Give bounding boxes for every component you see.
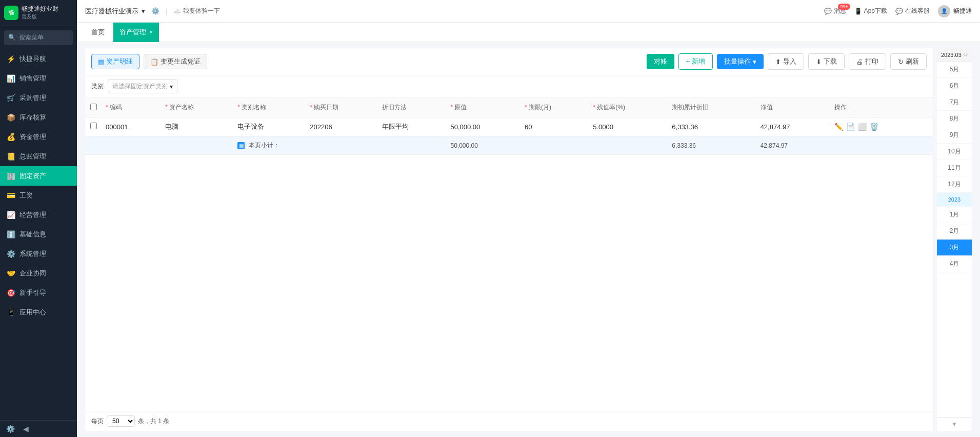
timeline-month-4[interactable]: 4月	[937, 256, 972, 272]
more-icon[interactable]: ⬜	[858, 123, 867, 131]
table-header-row: 编码 资产名称 类别名称 购买日期 折旧方法 原值 期限(月) 残值率(%) 期…	[85, 98, 933, 117]
category-filter-select[interactable]: 请选择固定资产类别 ▾	[108, 80, 177, 93]
reconcile-button[interactable]: 对账	[647, 54, 674, 69]
subtotal-label: 本页小计：	[249, 142, 279, 149]
row-checkbox-cell	[85, 117, 102, 136]
import-button[interactable]: ⬆ 导入	[768, 53, 804, 70]
row-actions-cell: ✏️ 📄 ⬜ 🗑️	[830, 117, 933, 136]
search-menu[interactable]: 🔍 搜索菜单	[4, 30, 73, 45]
refresh-button[interactable]: ↻ 刷新	[890, 53, 927, 70]
subtotal-original-value: 50,000.00	[446, 136, 521, 155]
expand-arrows-icon[interactable]: ⇔	[963, 51, 968, 58]
timeline-month-2[interactable]: 2月	[937, 223, 972, 240]
sub-tab-asset-detail[interactable]: ▦ 资产明细	[91, 54, 139, 69]
sidebar-item-basic-info[interactable]: ℹ️ 基础信息	[0, 225, 77, 244]
print-icon: 🖨	[856, 58, 863, 66]
timeline-month-5[interactable]: 5月	[937, 62, 972, 78]
chevron-down-icon: ▾	[142, 7, 145, 15]
timeline-month-1[interactable]: 1月	[937, 207, 972, 223]
filter-bar: 类别 请选择固定资产类别 ▾	[85, 75, 933, 98]
sidebar-item-fixed-assets[interactable]: 🏢 固定资产	[0, 166, 77, 186]
total-label: 条，共 1 条	[138, 417, 169, 426]
subtotal-empty-actions	[830, 136, 933, 155]
row-checkbox[interactable]	[90, 123, 97, 129]
avatar: 👤	[938, 5, 950, 17]
brand-edition: 普及版	[22, 13, 58, 21]
sidebar-item-purchase[interactable]: 🛒 采购管理	[0, 88, 77, 108]
timeline-month-7[interactable]: 7月	[937, 94, 972, 111]
sub-tab-voucher-gen-label: 变更生成凭证	[161, 57, 201, 66]
row-accumulated-depreciation: 6,333.36	[668, 117, 756, 136]
sidebar-item-payroll[interactable]: 💳 工资	[0, 186, 77, 205]
online-service-action[interactable]: 💬 在线客服	[895, 7, 930, 15]
message-action[interactable]: 💬 消息 99+	[824, 7, 846, 15]
page-tabs: 首页 资产管理 ×	[77, 23, 980, 42]
experience-link[interactable]: ☁️ 我要体验一下	[173, 7, 220, 15]
voucher-gen-icon: 📋	[150, 58, 158, 66]
right-panel-footer: ▼	[937, 417, 972, 431]
fixed-assets-icon: 🏢	[6, 171, 15, 181]
asset-table-container: 编码 资产名称 类别名称 购买日期 折旧方法 原值 期限(月) 残值率(%) 期…	[85, 98, 933, 411]
table-row: 000001 电脑 电子设备 202206 年限平均 50,000.00 60 …	[85, 117, 933, 136]
close-icon[interactable]: ×	[149, 29, 153, 36]
main-content: 医疗器械行业演示 ▾ ⚙️ | ☁️ 我要体验一下 💬 消息 99+ 📱 App…	[77, 0, 980, 437]
cloud-icon: ☁️	[173, 8, 181, 15]
add-new-button[interactable]: + 新增	[678, 53, 713, 70]
timeline-year-2023: 2023	[937, 193, 972, 207]
user-menu[interactable]: 👤 畅捷通	[938, 5, 972, 17]
per-page-select[interactable]: 50 20 100	[107, 415, 135, 427]
sidebar-item-label: 采购管理	[19, 93, 46, 103]
timeline-month-8[interactable]: 8月	[937, 111, 972, 127]
sidebar-item-inventory[interactable]: 📦 库存核算	[0, 108, 77, 127]
sub-tab-asset-detail-label: 资产明细	[106, 57, 133, 66]
sidebar-item-label: 库存核算	[19, 113, 46, 122]
timeline-month-11[interactable]: 11月	[937, 160, 972, 176]
sidebar-item-finance[interactable]: 💰 资金管理	[0, 127, 77, 147]
sidebar-item-app-center[interactable]: 📱 应用中心	[0, 303, 77, 322]
timeline-month-12[interactable]: 12月	[937, 176, 972, 193]
sidebar-nav: ⚡ 快捷导航 📊 销售管理 🛒 采购管理 📦 库存核算 💰 资金管理 📒 总账管…	[0, 49, 77, 420]
timeline-month-10[interactable]: 10月	[937, 144, 972, 160]
purchase-icon: 🛒	[6, 93, 15, 103]
timeline-month-6[interactable]: 6月	[937, 78, 972, 94]
row-residual-rate: 5.0000	[589, 117, 668, 136]
edit-icon[interactable]: ✏️	[834, 123, 843, 131]
print-button[interactable]: 🖨 打印	[849, 53, 886, 70]
sub-tab-voucher-gen[interactable]: 📋 变更生成凭证	[144, 54, 207, 69]
print-label: 打印	[865, 57, 878, 66]
timeline-month-3-current[interactable]: 3月	[937, 240, 972, 256]
tab-asset-management[interactable]: 资产管理 ×	[113, 23, 159, 42]
row-net-value: 42,874.97	[756, 117, 831, 136]
chevron-down-icon: ▾	[170, 83, 173, 90]
toolbar-actions: 对账 + 新增 批量操作 ▾ ⬆ 导入 ⬇ 下载 🖨	[647, 53, 927, 70]
sidebar-item-ledger[interactable]: 📒 总账管理	[0, 147, 77, 166]
timeline-header: 2023.03 ⇔	[937, 48, 972, 62]
sidebar-item-sales[interactable]: 📊 销售管理	[0, 69, 77, 88]
delete-icon[interactable]: 🗑️	[870, 123, 878, 131]
collapse-icon[interactable]: ◀	[23, 425, 29, 433]
sales-icon: 📊	[6, 74, 15, 83]
download-button[interactable]: ⬇ 下载	[808, 53, 845, 70]
app-download-action[interactable]: 📱 App下载	[854, 7, 887, 15]
sidebar-item-system[interactable]: ⚙️ 系统管理	[0, 244, 77, 264]
copy-icon[interactable]: 📄	[846, 123, 855, 131]
tab-home[interactable]: 首页	[85, 23, 111, 42]
settings-icon[interactable]: ⚙️	[6, 425, 15, 433]
gear-icon[interactable]: ⚙️	[151, 7, 159, 15]
sidebar-footer: ⚙️ ◀	[0, 420, 77, 437]
batch-op-button[interactable]: 批量操作 ▾	[717, 54, 764, 69]
company-selector[interactable]: 医疗器械行业演示 ▾	[85, 7, 145, 16]
th-actions: 操作	[830, 98, 933, 117]
sidebar-item-quick-nav[interactable]: ⚡ 快捷导航	[0, 49, 77, 69]
sidebar-item-label: 应用中心	[19, 308, 46, 317]
basic-info-icon: ℹ️	[6, 230, 15, 239]
asset-detail-icon: ▦	[98, 58, 104, 66]
sidebar-item-business[interactable]: 📈 经营管理	[0, 205, 77, 225]
th-code: 编码	[102, 98, 161, 117]
select-all-checkbox[interactable]	[90, 104, 97, 110]
sidebar-item-guide[interactable]: 🎯 新手引导	[0, 283, 77, 303]
timeline-month-9[interactable]: 9月	[937, 127, 972, 144]
sidebar-item-enterprise[interactable]: 🤝 企业协同	[0, 264, 77, 283]
collapse-down-icon[interactable]: ▼	[951, 421, 957, 428]
inventory-icon: 📦	[6, 113, 15, 122]
